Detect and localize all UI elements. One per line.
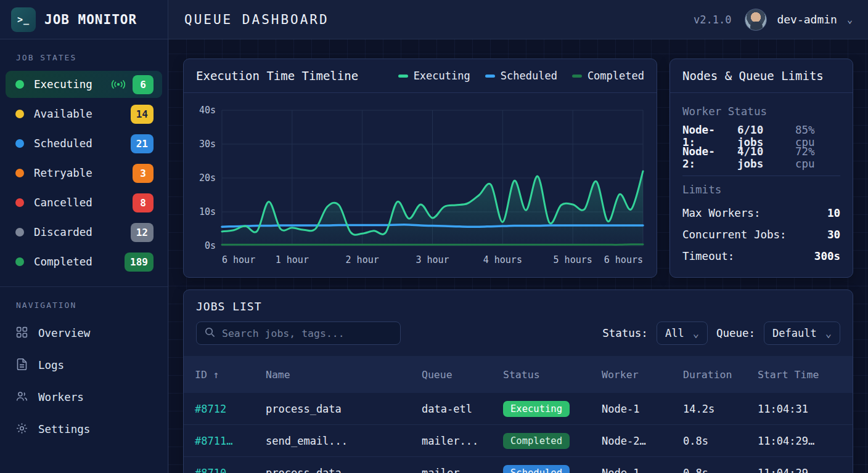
divider: [682, 176, 840, 176]
table-row[interactable]: #8711… send_email... mailer... Completed…: [184, 425, 853, 457]
job-id-link[interactable]: #8711…: [195, 435, 266, 447]
table-row[interactable]: #8712 process_data data-etl Executing No…: [184, 393, 853, 425]
app-root: >_ JOB MONITOR JOB STATES Executing 6 Av…: [0, 0, 868, 473]
jobs-list-card: JOBS LIST Status: All ⌄ Queue:: [183, 289, 853, 473]
nodes-limits-card: Nodes & Queue Limits Worker Status Node-…: [669, 59, 853, 278]
username: dev-admin: [777, 13, 837, 26]
column-header-duration[interactable]: Duration: [683, 369, 758, 381]
limit-row-max-workers: Max Workers: 10: [682, 202, 840, 224]
status-badge: Scheduled: [503, 465, 570, 473]
svg-text:6 hour: 6 hour: [222, 254, 255, 265]
count-badge: 6: [133, 75, 154, 94]
chevron-down-icon: ⌄: [693, 327, 699, 339]
sidebar-item-overview[interactable]: Overview: [6, 319, 162, 347]
jobs-list-title: JOBS LIST: [184, 290, 853, 313]
job-id-link[interactable]: #8710: [195, 467, 266, 473]
nav-label: Overview: [38, 327, 90, 339]
status-filter-label: Status:: [602, 327, 648, 339]
page-title: QUEUE DASHBOARD: [184, 12, 329, 27]
queue-filter-select[interactable]: Default ⌄: [764, 321, 840, 345]
nav-label: Settings: [38, 423, 90, 435]
sidebar-item-executing[interactable]: Executing 6: [6, 71, 162, 98]
chart-title: Execution Time Timeline: [196, 69, 358, 83]
state-label: Completed: [34, 256, 125, 268]
state-label: Scheduled: [34, 137, 131, 150]
count-badge: 21: [131, 134, 154, 153]
svg-text:4 hours: 4 hours: [483, 254, 522, 265]
state-label: Cancelled: [34, 196, 133, 209]
svg-text:2 hour: 2 hour: [346, 254, 379, 265]
nodes-card-title: Nodes & Queue Limits: [682, 69, 824, 83]
scheduled-swatch-icon: [485, 75, 495, 78]
status-filter-select[interactable]: All ⌄: [657, 321, 708, 345]
cancelled-dot-icon: [15, 198, 24, 207]
search-input[interactable]: [222, 328, 393, 339]
sidebar-divider: [0, 286, 168, 287]
topbar: QUEUE DASHBOARD v2.1.0 dev-admin ⌄: [168, 0, 868, 39]
column-header-queue[interactable]: Queue: [422, 369, 503, 381]
sidebar-item-logs[interactable]: Logs: [6, 351, 162, 379]
state-label: Discarded: [34, 226, 131, 238]
sidebar-item-available[interactable]: Available 14: [6, 100, 162, 127]
svg-text:1 hour: 1 hour: [276, 254, 309, 265]
count-badge: 189: [125, 253, 154, 272]
executing-dot-icon: [15, 80, 24, 89]
sidebar: >_ JOB MONITOR JOB STATES Executing 6 Av…: [0, 0, 168, 473]
legend-item-scheduled[interactable]: Scheduled: [485, 70, 557, 82]
legend-item-completed[interactable]: Completed: [572, 70, 644, 82]
executing-swatch-icon: [398, 75, 408, 78]
svg-text:10s: 10s: [199, 206, 216, 217]
sidebar-item-scheduled[interactable]: Scheduled 21: [6, 130, 162, 157]
search-icon: [204, 326, 216, 341]
limits-header: Limits: [682, 184, 840, 196]
worker-status-header: Worker Status: [682, 105, 840, 118]
count-badge: 14: [131, 105, 154, 124]
completed-swatch-icon: [572, 75, 582, 78]
brand-name: JOB MONITOR: [44, 12, 137, 27]
execution-timeline-card: Execution Time Timeline Executing Schedu…: [183, 59, 657, 278]
job-id-link[interactable]: #8712: [195, 403, 266, 415]
sidebar-item-completed[interactable]: Completed 189: [6, 248, 162, 275]
status-badge: Executing: [503, 401, 570, 417]
main-column: QUEUE DASHBOARD v2.1.0 dev-admin ⌄ Execu…: [168, 0, 868, 473]
count-badge: 12: [131, 223, 154, 242]
sidebar-item-discarded[interactable]: Discarded 12: [6, 219, 162, 246]
discarded-dot-icon: [15, 228, 24, 236]
column-header-worker[interactable]: Worker: [602, 369, 683, 381]
workers-people-icon: [15, 390, 28, 405]
count-badge: 8: [133, 193, 154, 212]
logs-file-icon: [15, 358, 28, 373]
scheduled-dot-icon: [15, 139, 24, 148]
table-row[interactable]: #8710 process_data mailer Scheduled Node…: [184, 457, 853, 473]
column-header-start-time[interactable]: Start Time: [758, 369, 853, 381]
terminal-icon: >_: [11, 7, 36, 32]
column-header-status[interactable]: Status: [503, 369, 602, 381]
version-label: v2.1.0: [694, 14, 731, 26]
limit-row-concurrent-jobs: Concurrent Jobs: 30: [682, 224, 840, 245]
limit-row-timeout: Timeout: 300s: [682, 245, 840, 267]
sidebar-item-retryable[interactable]: Retryable 3: [6, 160, 162, 187]
nav-label: Logs: [38, 359, 64, 371]
worker-row-node-1: Node-1: 6/10 jobs 85% cpu: [682, 124, 840, 145]
timeline-chart: 0s10s20s30s40s6 hour1 hour2 hour3 hour4 …: [184, 93, 657, 281]
navigation-header: NAVIGATION: [16, 301, 168, 310]
queue-filter-label: Queue:: [716, 327, 755, 339]
job-states-header: JOB STATES: [16, 53, 168, 62]
column-header-id[interactable]: ID ↑: [195, 369, 266, 381]
svg-text:20s: 20s: [199, 172, 216, 184]
avatar[interactable]: [745, 9, 767, 31]
completed-dot-icon: [15, 257, 24, 266]
svg-text:3 hour: 3 hour: [416, 254, 449, 265]
sidebar-item-cancelled[interactable]: Cancelled 8: [6, 189, 162, 216]
chevron-down-icon: ⌄: [825, 327, 832, 339]
nav-label: Workers: [38, 391, 84, 403]
column-header-name[interactable]: Name: [266, 369, 422, 381]
svg-text:6 hours: 6 hours: [604, 254, 643, 265]
sidebar-item-settings[interactable]: Settings: [6, 415, 162, 443]
chevron-down-icon[interactable]: ⌄: [847, 14, 853, 25]
svg-text:0s: 0s: [205, 240, 216, 251]
legend-item-executing[interactable]: Executing: [398, 70, 470, 82]
live-signal-icon: [110, 79, 126, 90]
sidebar-item-workers[interactable]: Workers: [6, 383, 162, 411]
state-label: Available: [34, 108, 131, 120]
